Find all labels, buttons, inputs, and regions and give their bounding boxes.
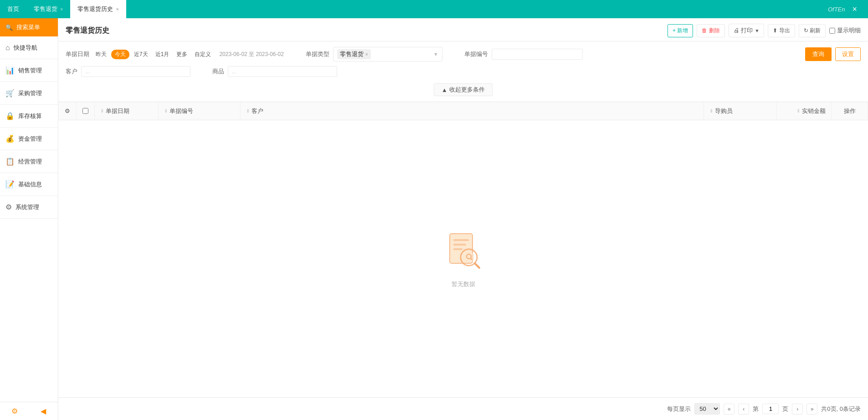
collapse-container: ▲ 收起更多条件 — [66, 82, 861, 96]
date-filter-group: 昨天 今天 近7天 近1月 更多 自定义 — [93, 50, 214, 59]
doc-type-dropdown-icon: ▼ — [433, 51, 438, 57]
date-btn-7days[interactable]: 近7天 — [131, 50, 151, 59]
page-input[interactable] — [762, 404, 779, 414]
page-size-select[interactable]: 50 100 200 — [694, 403, 720, 415]
tab-retail-return-history-close[interactable]: × — [116, 6, 118, 12]
sidebar-item-basic-info[interactable]: 📝 基础信息 — [0, 173, 58, 196]
sidebar-item-quick-nav[interactable]: ⌂ 快捷导航 — [0, 36, 58, 59]
query-button[interactable]: 查询 — [805, 47, 832, 61]
th-order-sort-icon: ⇕ — [164, 108, 168, 113]
show-detail-checkbox[interactable]: 显示明细 — [829, 26, 861, 35]
sidebar-item-quick-nav-label: 快捷导航 — [14, 44, 37, 52]
sidebar-settings-btn[interactable]: ⚙ — [0, 402, 29, 420]
date-btn-custom[interactable]: 自定义 — [192, 50, 214, 59]
search-icon: 🔍 — [5, 24, 13, 31]
last-page-btn[interactable]: » — [806, 404, 817, 415]
sidebar-item-sales-mgmt[interactable]: 📊 销售管理 — [0, 59, 58, 82]
date-btn-1month[interactable]: 近1月 — [153, 50, 172, 59]
prev-page-btn[interactable]: ‹ — [738, 404, 749, 415]
sidebar-item-operation-label: 经营管理 — [18, 158, 42, 166]
th-customer-sort-icon: ⇕ — [246, 108, 250, 113]
empty-text: 暂无数据 — [452, 280, 475, 288]
goods-select[interactable]: ... — [228, 66, 337, 77]
th-guide-label: 导购员 — [715, 107, 733, 115]
first-page-btn[interactable]: « — [724, 404, 734, 415]
th-guide[interactable]: ⇕ 导购员 — [704, 102, 777, 120]
th-amount-label: 实销金额 — [802, 107, 826, 115]
purchase-icon: 🛒 — [5, 89, 15, 97]
sidebar: 🔍 搜索菜单 ⌂ 快捷导航 📊 销售管理 🛒 采购管理 🔒 库存核算 💰 资金管… — [0, 18, 58, 420]
sidebar-item-finance[interactable]: 💰 资金管理 — [0, 128, 58, 150]
tab-retail-return-close[interactable]: × — [60, 6, 63, 12]
th-checkbox-input[interactable] — [82, 108, 88, 114]
date-btn-yesterday[interactable]: 昨天 — [93, 50, 109, 59]
th-order-no[interactable]: ⇕ 单据编号 — [159, 102, 241, 120]
filter-action-buttons: 查询 设置 — [805, 47, 861, 61]
date-range-text: 2023-06-02 至 2023-06-02 — [219, 51, 283, 58]
delete-button[interactable]: 🗑 删除 — [697, 24, 724, 37]
filter-settings-button[interactable]: 设置 — [835, 47, 861, 61]
collapse-button[interactable]: ▲ 收起更多条件 — [434, 83, 493, 96]
print-dropdown-icon: ▼ — [755, 28, 759, 33]
window-close-btn[interactable]: × — [848, 5, 861, 14]
sidebar-item-finance-label: 资金管理 — [18, 135, 42, 143]
doc-type-label: 单据类型 — [306, 50, 329, 58]
new-button[interactable]: + 新增 — [668, 24, 693, 37]
th-date-label: 单据日期 — [106, 107, 129, 115]
page-title: 零售退货历史 — [66, 26, 109, 36]
date-btn-more[interactable]: 更多 — [174, 50, 190, 59]
show-detail-label: 显示明细 — [837, 26, 861, 35]
tab-retail-return-history[interactable]: 零售退货历史 × — [70, 0, 126, 18]
th-amount[interactable]: ⇕ 实销金额 — [777, 102, 832, 120]
inventory-icon: 🔒 — [5, 112, 15, 120]
doc-no-label: 单据编号 — [464, 50, 488, 58]
often-text: OfTEn — [828, 6, 845, 13]
th-customer[interactable]: ⇕ 客户 — [241, 102, 704, 120]
doc-no-input[interactable] — [492, 49, 583, 60]
sidebar-item-purchase-mgmt[interactable]: 🛒 采购管理 — [0, 82, 58, 105]
th-op-label: 操作 — [844, 107, 856, 115]
empty-icon — [441, 229, 486, 275]
collapse-label: 收起更多条件 — [449, 86, 485, 94]
top-bar-right: OfTEn × — [828, 5, 868, 14]
export-button[interactable]: ⬆ 导出 — [768, 24, 795, 37]
doc-type-tag-close[interactable]: × — [365, 52, 368, 57]
show-detail-input[interactable] — [829, 28, 835, 34]
quick-nav-icon: ⌂ — [5, 44, 10, 52]
th-order-no-label: 单据编号 — [169, 107, 193, 115]
content-area: 零售退货历史 + 新增 🗑 删除 🖨 打印 ▼ ⬆ 导出 ↻ 刷新 显示明细 — [58, 18, 868, 420]
tab-list: 首页 零售退货 × 零售退货历史 × — [0, 0, 828, 18]
filter-field-doc-no: 单据编号 — [464, 49, 583, 60]
doc-type-select[interactable]: 零售退货 × ▼ — [333, 47, 442, 61]
th-settings-icon: ⚙ — [65, 108, 70, 114]
main-layout: 🔍 搜索菜单 ⌂ 快捷导航 📊 销售管理 🛒 采购管理 🔒 库存核算 💰 资金管… — [0, 18, 868, 420]
print-button[interactable]: 🖨 打印 ▼ — [729, 24, 765, 37]
sidebar-item-operation[interactable]: 📋 经营管理 — [0, 150, 58, 173]
sidebar-item-system-label: 系统管理 — [15, 203, 39, 211]
sidebar-item-inventory[interactable]: 🔒 库存核算 — [0, 105, 58, 128]
svg-point-5 — [463, 252, 474, 263]
tab-home[interactable]: 首页 — [0, 0, 26, 18]
finance-icon: 💰 — [5, 134, 15, 143]
th-settings[interactable]: ⚙ — [58, 102, 77, 120]
customer-select[interactable]: ... — [81, 66, 190, 77]
refresh-button[interactable]: ↻ 刷新 — [799, 24, 826, 37]
th-checkbox[interactable] — [77, 102, 95, 120]
tab-retail-return[interactable]: 零售退货 × — [26, 0, 70, 18]
th-guide-sort-icon: ⇕ — [709, 108, 713, 113]
th-date[interactable]: ⇕ 单据日期 — [95, 102, 159, 120]
date-btn-today[interactable]: 今天 — [111, 50, 129, 59]
tab-home-label: 首页 — [7, 5, 19, 13]
sidebar-collapse-btn[interactable]: ◀ — [29, 402, 58, 420]
filter-field-goods: 商品 ... — [212, 66, 337, 77]
pagination: 每页显示 50 100 200 « ‹ 第 页 › » 共0页, 0条记录 — [58, 397, 868, 420]
page-header: 零售退货历史 + 新增 🗑 删除 🖨 打印 ▼ ⬆ 导出 ↻ 刷新 显示明细 — [58, 18, 868, 41]
th-date-sort-icon: ⇕ — [100, 108, 104, 113]
tab-retail-return-label: 零售退货 — [34, 5, 57, 13]
table-wrapper: ⚙ ⇕ 单据日期 ⇕ 单据编号 ⇕ 客户 ⇕ — [58, 102, 868, 420]
sidebar-item-system-mgmt[interactable]: ⚙ 系统管理 — [0, 196, 58, 219]
sidebar-search[interactable]: 🔍 搜索菜单 — [0, 18, 58, 36]
date-filter-label: 单据日期 — [66, 50, 89, 58]
page-input-prefix: 第 — [753, 405, 759, 413]
next-page-btn[interactable]: › — [792, 404, 803, 415]
